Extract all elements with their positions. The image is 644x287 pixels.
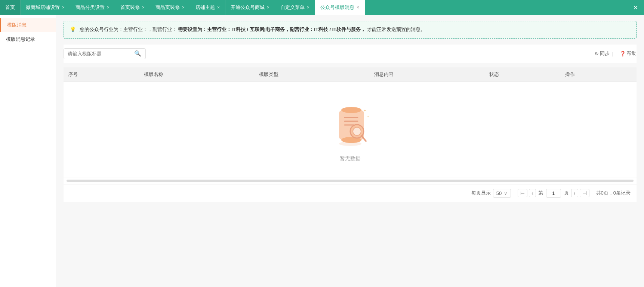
tab-product-category[interactable]: 商品分类设置× (70, 0, 115, 15)
tab-home[interactable]: 首页 (0, 0, 21, 15)
tab-close-homepage-decor[interactable]: × (142, 5, 145, 10)
last-page-button[interactable]: ⊣ (580, 189, 589, 197)
chevron-down-icon: ∨ (504, 190, 508, 196)
sidebar-item-template-msg[interactable]: 模版消息 (0, 18, 56, 32)
search-input[interactable] (64, 49, 131, 59)
separator: | (612, 51, 613, 57)
tab-close-custom-menu[interactable]: × (307, 5, 309, 10)
svg-text:✦: ✦ (363, 109, 366, 113)
tab-close-open-mall[interactable]: × (267, 5, 269, 10)
top-nav: 首页微商城店铺设置×商品分类设置×首页装修×商品页装修×店铺主题×开通公众号商城… (0, 0, 644, 15)
sidebar-item-template-msg-log[interactable]: 模版消息记录 (0, 32, 56, 46)
scrollbar-area (64, 177, 637, 184)
search-bar: 🔍 ↻ 同步 | ❓ 帮助 (64, 45, 637, 63)
tab-store-theme[interactable]: 店铺主题× (190, 0, 225, 15)
sidebar: 模版消息模版消息记录 (0, 15, 56, 287)
lightbulb-icon: 💡 (70, 27, 76, 32)
notice-highlight: 需要设置为：主营行业：IT科技 / 互联网|电子商务，副营行业：IT科技 / I… (178, 27, 366, 32)
empty-state: ✦ ✦ 暂无数据 (64, 82, 637, 177)
table-wrapper: 序号模版名称模版类型消息内容状态操作 (64, 67, 637, 184)
empty-text: 暂无数据 (340, 155, 361, 162)
search-actions: ↻ 同步 | ❓ 帮助 (590, 50, 637, 57)
help-label: 帮助 (627, 50, 637, 57)
col-header-index: 序号 (64, 67, 139, 82)
sync-label: 同步 (600, 50, 610, 57)
help-icon: ❓ (620, 51, 626, 57)
first-page-button[interactable]: ⊢ (518, 189, 527, 197)
col-header-content: 消息内容 (370, 67, 485, 82)
total-info: 共0页，0条记录 (596, 190, 631, 196)
tab-micro-store[interactable]: 微商城店铺设置× (21, 0, 70, 15)
notice-suffix: 才能正常发送预置的消息。 (367, 27, 425, 32)
col-header-type: 模版类型 (255, 67, 370, 82)
empty-icon: ✦ ✦ (328, 104, 373, 149)
page-size-select[interactable]: 50 ∨ (493, 189, 511, 198)
sync-button[interactable]: ↻ 同步 (595, 50, 610, 57)
tab-custom-menu[interactable]: 自定义菜单× (275, 0, 315, 15)
tab-close-store-theme[interactable]: × (217, 5, 220, 10)
next-page-button[interactable]: › (571, 189, 578, 197)
table-header: 序号模版名称模版类型消息内容状态操作 (64, 67, 637, 82)
help-button[interactable]: ❓ 帮助 (620, 50, 637, 57)
tab-close-product-page-decor[interactable]: × (182, 5, 185, 10)
content-area: 💡 您的公众号行业为：主营行业：，副营行业： 需要设置为：主营行业：IT科技 /… (56, 15, 644, 287)
search-button[interactable]: 🔍 (131, 50, 144, 57)
scrollbar-track[interactable] (67, 180, 634, 182)
prev-page-button[interactable]: ‹ (529, 189, 536, 197)
notice-box: 💡 您的公众号行业为：主营行业：，副营行业： 需要设置为：主营行业：IT科技 /… (64, 21, 637, 39)
tab-open-mall[interactable]: 开通公众号商城× (225, 0, 275, 15)
page-label-suf: 页 (564, 190, 569, 196)
page-label-pre: 第 (538, 190, 543, 196)
global-close-button[interactable]: ✕ (627, 0, 644, 15)
svg-text:✦: ✦ (367, 115, 369, 118)
notice-prefix: 您的公众号行业为：主营行业：，副营行业： (80, 27, 177, 32)
svg-point-1 (341, 107, 361, 113)
tab-close-template-msg[interactable]: × (357, 5, 359, 10)
col-header-action: 操作 (561, 67, 637, 82)
col-header-name: 模版名称 (139, 67, 255, 82)
tab-homepage-decor[interactable]: 首页装修× (115, 0, 150, 15)
table-header-row: 序号模版名称模版类型消息内容状态操作 (64, 67, 637, 82)
page-size-value: 50 (496, 190, 502, 196)
col-header-status: 状态 (485, 67, 561, 82)
tab-product-page-decor[interactable]: 商品页装修× (150, 0, 190, 15)
page-number-input[interactable] (546, 189, 561, 198)
pagination: 每页显示 50 ∨ ⊢ ‹ 第 页 › ⊣ 共0页，0条记录 (64, 184, 637, 202)
search-input-wrap: 🔍 (64, 48, 146, 59)
main-layout: 模版消息模版消息记录 💡 您的公众号行业为：主营行业：，副营行业： 需要设置为：… (0, 15, 644, 287)
tab-template-msg[interactable]: 公众号模版消息× (315, 0, 365, 15)
page-nav: ⊢ ‹ 第 页 › ⊣ 共0页，0条记录 (517, 189, 631, 198)
page-size-label: 每页显示 (471, 190, 491, 196)
tab-close-micro-store[interactable]: × (62, 5, 65, 10)
data-table: 序号模版名称模版类型消息内容状态操作 (64, 67, 637, 82)
tab-close-product-category[interactable]: × (107, 5, 110, 10)
svg-point-7 (353, 127, 361, 135)
sync-icon: ↻ (595, 51, 599, 57)
